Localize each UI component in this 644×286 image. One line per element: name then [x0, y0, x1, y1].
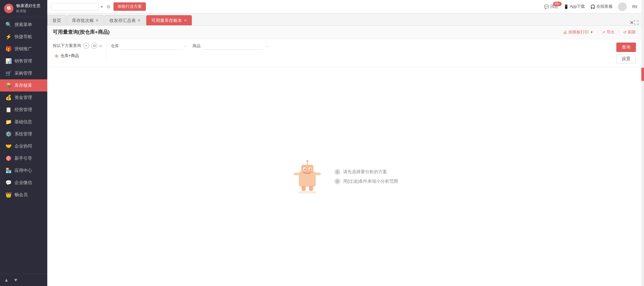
topbar-industry-btn[interactable]: 体验行业方案	[113, 2, 146, 11]
export-label: 导出	[607, 29, 615, 35]
sidebar-item-fund-mgmt[interactable]: 💰资金管理	[0, 92, 47, 104]
sidebar-item-purchase-mgmt[interactable]: 🛒采购管理	[0, 67, 47, 79]
filter-buttons: 查询 设置	[613, 43, 636, 63]
app-download-label: App下载	[570, 4, 585, 9]
scheme-header-text: 按以下方案查询	[53, 43, 81, 49]
sidebar-scroll-up[interactable]: ▲	[3, 277, 10, 283]
tip-text-2: 用[过滤]条件来缩小分析范围	[343, 178, 398, 184]
product-input[interactable]	[203, 43, 263, 50]
tip-num-1: ①	[334, 169, 340, 175]
sidebar-footer: ▲ ▼	[0, 274, 47, 286]
print-btn[interactable]: 🖨 按模板打印 ▼	[563, 29, 593, 35]
page-header: 可用量查询(按仓库+商品) 🖨 按模板打印 ▼ ↗ 导出 ↺ 刷新	[47, 26, 641, 39]
scroll-thumb[interactable]	[641, 68, 644, 81]
message-icon: 💬	[544, 4, 549, 9]
tab-label-batch-ledger: 库存批次账	[72, 18, 94, 24]
topbar-app-download[interactable]: 📱 App下载	[564, 4, 585, 9]
enterprise-coop-icon: 🤝	[5, 143, 12, 149]
member-icon: 👑	[5, 192, 12, 198]
topbar-avatar	[618, 2, 627, 11]
sidebar-item-label-system-mgmt: 系统管理	[15, 131, 32, 137]
sidebar-item-enterprise-coop[interactable]: 🤝企业协同	[0, 140, 47, 152]
sidebar-item-label-sales-mgmt: 销售管理	[15, 58, 32, 64]
filter-fields: 仓库 ··· 商品 ···	[111, 43, 609, 50]
tab-close-available-ledger[interactable]: ✕	[184, 18, 187, 23]
tab-close-all[interactable]: ✕	[630, 20, 634, 25]
enterprise-wechat-icon: 💬	[5, 180, 12, 186]
filter-scheme-panel: 按以下方案查询 + ⊙ « ⊕ 仓库+商品	[53, 43, 107, 60]
topbar-service[interactable]: 🎧 在线客服	[590, 4, 613, 9]
scheme-collapse-btn[interactable]: «	[99, 43, 102, 48]
print-icon: 🖨	[563, 30, 567, 35]
sidebar-item-label-shortcut: 快捷导航	[15, 34, 32, 40]
svg-point-5	[310, 168, 311, 170]
topbar-right: 💬 消息 99+ 📱 App下载 🎧 在线客服 Rit	[544, 2, 637, 11]
sidebar-item-inventory[interactable]: 📦库存核算	[0, 79, 47, 92]
tab-expand[interactable]: ⛶	[634, 20, 639, 25]
page-title: 可用量查询(按仓库+商品)	[53, 29, 110, 35]
topbar-gear-icon[interactable]: ⚙	[106, 4, 111, 9]
topbar-username: Rit	[632, 4, 637, 9]
empty-tip-1: ① 请先选择要分析的方案	[334, 169, 398, 175]
page-header-actions: 🖨 按模板打印 ▼ ↗ 导出 ↺ 刷新	[563, 29, 636, 35]
topbar-notification[interactable]: 💬 消息 99+	[544, 4, 558, 9]
shortcut-icon: ⚡	[5, 34, 12, 40]
tab-available-ledger[interactable]: 可用量库存账本✕	[146, 15, 192, 25]
purchase-mgmt-icon: 🛒	[5, 70, 12, 76]
sidebar-item-shortcut[interactable]: ⚡快捷导航	[0, 31, 47, 43]
empty-state: ① 请先选择要分析的方案 ② 用[过滤]条件来缩小分析范围	[47, 67, 641, 286]
scheme-add-btn[interactable]: +	[83, 43, 89, 49]
sidebar: 畅 畅康通好生意 标准版 🔍搜索菜单⚡快捷导航🎁营销推广📊销售管理🛒采购管理📦库…	[0, 0, 47, 286]
tab-home[interactable]: 首页	[47, 15, 66, 25]
svg-rect-10	[302, 186, 306, 191]
scheme-settings-btn[interactable]: ⊙	[91, 43, 97, 49]
topbar-search: ▼	[51, 3, 104, 10]
product-more-btn[interactable]: ···	[265, 44, 269, 49]
warehouse-input[interactable]	[121, 43, 182, 50]
tip-num-2: ②	[334, 178, 340, 184]
tab-batch-ledger[interactable]: 库存批次账✕	[67, 15, 104, 25]
tabs-bar: 首页库存批次账✕收发存汇总表✕可用量库存账本✕ ✕ ⛶	[47, 14, 641, 26]
filter-settings-btn[interactable]: 设置	[616, 54, 636, 63]
right-scrollbar	[641, 0, 644, 286]
sidebar-item-new-guide[interactable]: 🎯新手引导	[0, 152, 47, 164]
empty-tips: ① 请先选择要分析的方案 ② 用[过滤]条件来缩小分析范围	[334, 169, 398, 184]
sidebar-item-member[interactable]: 👑畅会员	[0, 189, 47, 201]
export-btn[interactable]: ↗ 导出	[602, 29, 615, 35]
sales-mgmt-icon: 📊	[5, 58, 12, 64]
notification-badge: 99+	[553, 2, 562, 6]
query-btn[interactable]: 查询	[616, 43, 636, 52]
search-icon: 🔍	[5, 22, 12, 28]
service-label: 在线客服	[596, 4, 613, 9]
sidebar-subtitle: 标准版	[16, 9, 41, 14]
sidebar-scroll-down[interactable]: ▼	[12, 277, 20, 283]
tab-close-batch-ledger[interactable]: ✕	[96, 18, 99, 23]
sidebar-item-operation-mgmt[interactable]: 📋经营管理	[0, 104, 47, 116]
sidebar-item-marketing-promo[interactable]: 🎁营销推广	[0, 43, 47, 55]
print-label: 按模板打印	[568, 29, 589, 35]
app-center-icon: 🏪	[5, 167, 12, 174]
sidebar-item-basic-info[interactable]: 📁基础信息	[0, 116, 47, 128]
scheme-item[interactable]: ⊕ 仓库+商品	[53, 51, 103, 60]
sidebar-item-app-center[interactable]: 🏪应用中心	[0, 164, 47, 177]
topbar-search-input[interactable]	[51, 3, 99, 10]
svg-point-12	[298, 191, 317, 193]
marketing-promo-icon: 🎁	[5, 46, 12, 52]
sidebar-item-search[interactable]: 🔍搜索菜单	[0, 19, 47, 31]
warehouse-more-btn[interactable]: ···	[184, 44, 187, 49]
sidebar-item-label-inventory: 库存核算	[15, 82, 32, 88]
sidebar-item-enterprise-wechat[interactable]: 💬企业微信	[0, 177, 47, 189]
sidebar-item-label-basic-info: 基础信息	[15, 119, 32, 125]
svg-rect-8	[294, 173, 299, 175]
svg-point-7	[306, 160, 308, 162]
sidebar-item-system-mgmt[interactable]: ⚙️系统管理	[0, 128, 47, 140]
refresh-btn[interactable]: ↺ 刷新	[623, 29, 636, 35]
topbar-chevron-icon[interactable]: ▼	[100, 5, 104, 9]
basic-info-icon: 📁	[5, 119, 12, 125]
tab-receive-ledger[interactable]: 收发存汇总表✕	[104, 15, 146, 25]
tab-close-receive-ledger[interactable]: ✕	[137, 18, 140, 23]
filter-row: 仓库 ··· 商品 ···	[111, 43, 609, 50]
empty-tip-2: ② 用[过滤]条件来缩小分析范围	[334, 178, 398, 184]
sidebar-item-sales-mgmt[interactable]: 📊销售管理	[0, 55, 47, 67]
export-icon: ↗	[602, 30, 605, 35]
